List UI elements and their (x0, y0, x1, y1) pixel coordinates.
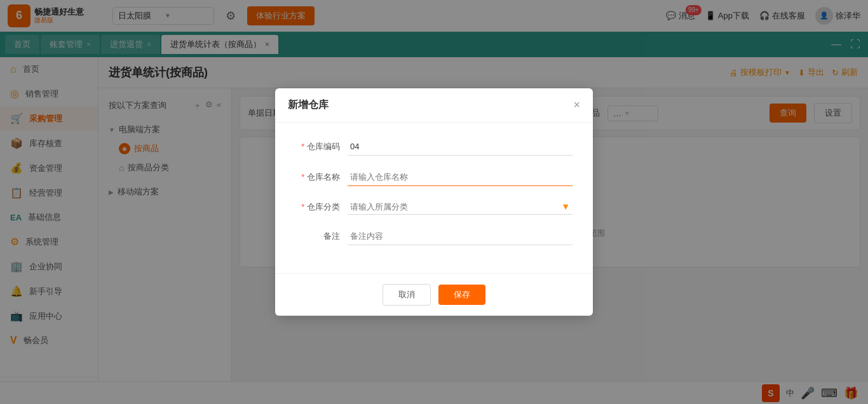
code-input[interactable] (348, 138, 573, 156)
dialog-close-icon[interactable]: × (573, 98, 580, 112)
form-row-code: 仓库编码 (295, 138, 573, 156)
dialog-header: 新增仓库 × (275, 88, 593, 123)
form-row-note: 备注 (295, 227, 573, 245)
dialog-body: 仓库编码 仓库名称 仓库分类 ▼ 备注 (275, 123, 593, 273)
category-input[interactable] (350, 202, 561, 212)
note-input[interactable] (348, 227, 573, 245)
note-label: 备注 (295, 231, 340, 242)
cancel-button[interactable]: 取消 (383, 284, 431, 306)
form-row-name: 仓库名称 (295, 168, 573, 186)
category-label: 仓库分类 (295, 201, 340, 213)
category-select[interactable]: ▼ (348, 199, 573, 215)
save-button[interactable]: 保存 (438, 285, 485, 305)
code-label: 仓库编码 (295, 141, 340, 152)
dialog-title: 新增仓库 (288, 98, 329, 112)
dialog-overlay[interactable]: 新增仓库 × 仓库编码 仓库名称 仓库分类 ▼ (0, 0, 868, 404)
category-arrow-icon: ▼ (561, 201, 570, 212)
form-row-category: 仓库分类 ▼ (295, 199, 573, 215)
name-label: 仓库名称 (295, 172, 340, 183)
dialog-footer: 取消 保存 (275, 273, 593, 316)
name-input[interactable] (348, 168, 573, 186)
new-warehouse-dialog: 新增仓库 × 仓库编码 仓库名称 仓库分类 ▼ (275, 88, 593, 316)
